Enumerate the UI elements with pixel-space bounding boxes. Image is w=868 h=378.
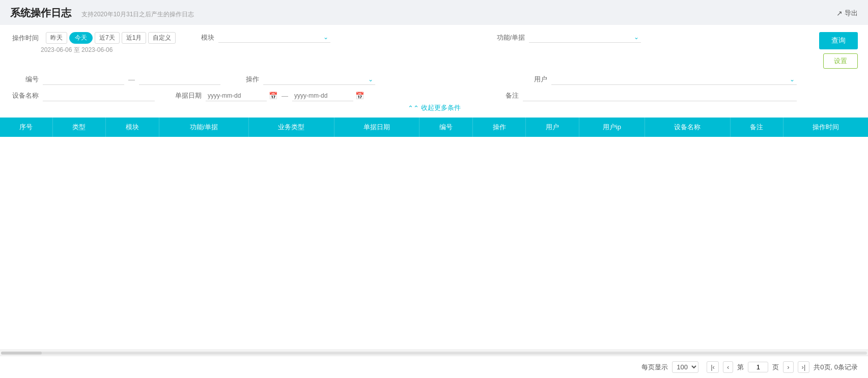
last-page-button[interactable]: ›|: [798, 361, 810, 373]
time-filter-group: 昨天 今天 近7天 近1月 自定义: [46, 32, 176, 44]
table-wrapper: 序号 类型 模块 功能/单据 业务类型 单据日期 编号 操作 用户 用户ip 设…: [0, 118, 868, 350]
col-header-user: 用户: [526, 118, 579, 137]
col-header-func: 功能/单据: [159, 118, 248, 137]
export-label: 导出: [845, 9, 858, 18]
date-end-input[interactable]: [292, 91, 353, 101]
col-header-biz-type: 业务类型: [249, 118, 334, 137]
action-buttons: 查询 设置: [807, 32, 858, 69]
remark-input[interactable]: [523, 90, 797, 101]
time-label: 操作时间: [10, 34, 39, 43]
remark-label: 备注: [490, 91, 519, 100]
collapse-label: 收起更多条件: [421, 103, 461, 112]
export-button[interactable]: ↗ 导出: [836, 9, 858, 18]
module-filter-col: 模块 ⌄: [186, 32, 486, 43]
col-header-module: 模块: [106, 118, 159, 137]
page-size-select[interactable]: 100 50 200: [672, 361, 698, 373]
first-page-button[interactable]: |‹: [707, 361, 719, 373]
collapse-button[interactable]: ⌃⌃ 收起更多条件: [408, 103, 461, 112]
device-filter-col: 设备名称: [10, 90, 163, 101]
query-button[interactable]: 查询: [819, 32, 858, 49]
col-header-seq: 序号: [0, 118, 52, 137]
num-filter-col: 编号 —: [10, 74, 220, 85]
col-header-op-time: 操作时间: [783, 118, 868, 137]
col-header-type: 类型: [52, 118, 105, 137]
num-dash: —: [128, 76, 135, 83]
col-header-remark: 备注: [730, 118, 783, 137]
filter-row-1: 操作时间 昨天 今天 近7天 近1月 自定义 2023-06-06 至 2023…: [0, 25, 868, 69]
next-page-button[interactable]: ›: [783, 361, 793, 373]
date-end-group: 📅: [292, 91, 364, 101]
filter-section: 操作时间 昨天 今天 近7天 近1月 自定义 2023-06-06 至 2023…: [0, 25, 868, 118]
num-start-input[interactable]: [43, 74, 124, 85]
module-dropdown[interactable]: ⌄: [218, 32, 330, 43]
filter-row-2: 编号 — 操作 ⌄ 用户 ⌄: [0, 69, 868, 85]
func-filter-col: 功能/单据 ⌄: [496, 32, 797, 43]
module-label: 模块: [186, 33, 214, 42]
col-header-device: 设备名称: [645, 118, 730, 137]
calendar-end-icon[interactable]: 📅: [355, 92, 364, 100]
pagination-bar: 每页显示 100 50 200 |‹ ‹ 第 页 › ›| 共0页, 0条记录: [0, 356, 868, 378]
settings-button[interactable]: 设置: [823, 53, 858, 69]
page-header: 系统操作日志 支持2020年10月31日之后产生的操作日志 ↗ 导出: [0, 0, 868, 25]
time-btn-custom[interactable]: 自定义: [148, 32, 176, 44]
op-filter-col: 操作 ⌄: [231, 74, 509, 85]
filter-row-3: 设备名称 单据日期 📅 — 📅 备注: [0, 85, 868, 101]
time-btn-yesterday[interactable]: 昨天: [46, 32, 67, 44]
user-chevron-icon: ⌄: [790, 76, 795, 83]
col-header-op: 操作: [472, 118, 525, 137]
func-label: 功能/单据: [496, 33, 525, 42]
page-subtitle: 支持2020年10月31日之后产生的操作日志: [81, 10, 194, 19]
scrollbar-thumb[interactable]: [1, 352, 42, 355]
total-summary: 共0页, 0条记录: [814, 363, 858, 372]
user-filter-col: 用户 ⌄: [519, 74, 797, 85]
table-header-row: 序号 类型 模块 功能/单据 业务类型 单据日期 编号 操作 用户 用户ip 设…: [0, 118, 868, 137]
op-label: 操作: [231, 75, 259, 84]
time-btn-7days[interactable]: 近7天: [95, 32, 120, 44]
func-chevron-icon: ⌄: [634, 34, 639, 41]
data-table: 序号 类型 模块 功能/单据 业务类型 单据日期 编号 操作 用户 用户ip 设…: [0, 118, 868, 137]
col-header-doc-date: 单据日期: [334, 118, 419, 137]
num-label: 编号: [10, 75, 39, 84]
page-number-input[interactable]: [748, 362, 768, 372]
empty-state: [0, 137, 868, 315]
calendar-start-icon[interactable]: 📅: [269, 92, 277, 100]
date-label: 单据日期: [173, 91, 202, 100]
remark-filter-col: 备注: [490, 90, 797, 101]
date-start-input[interactable]: [206, 91, 267, 101]
time-btn-1month[interactable]: 近1月: [122, 32, 147, 44]
collapse-bar: ⌃⌃ 收起更多条件: [0, 101, 868, 118]
header-left: 系统操作日志 支持2020年10月31日之后产生的操作日志: [10, 6, 194, 20]
collapse-chevron-icon: ⌃⌃: [408, 104, 419, 112]
page-unit: 页: [772, 363, 779, 372]
user-label: 用户: [519, 75, 547, 84]
col-header-num: 编号: [419, 118, 472, 137]
time-btn-today[interactable]: 今天: [69, 32, 93, 44]
horizontal-scrollbar[interactable]: [0, 350, 868, 356]
page-label: 第: [737, 363, 744, 372]
page-wrapper: 系统操作日志 支持2020年10月31日之后产生的操作日志 ↗ 导出 操作时间 …: [0, 0, 868, 378]
time-range-text: 2023-06-06 至 2023-06-06: [41, 46, 113, 53]
col-header-user-ip: 用户ip: [579, 118, 645, 137]
op-dropdown[interactable]: ⌄: [263, 74, 375, 85]
date-start-group: 📅: [206, 91, 277, 101]
export-icon: ↗: [836, 9, 843, 17]
op-chevron-icon: ⌄: [368, 76, 373, 83]
scrollbar-track[interactable]: [1, 352, 867, 355]
func-dropdown[interactable]: ⌄: [529, 32, 641, 43]
page-title: 系统操作日志: [10, 6, 71, 20]
date-dash: —: [282, 92, 288, 100]
time-filter-col: 操作时间 昨天 今天 近7天 近1月 自定义 2023-06-06 至 2023…: [10, 32, 176, 54]
device-label: 设备名称: [10, 91, 39, 100]
page-size-label: 每页显示: [641, 363, 668, 372]
user-dropdown[interactable]: ⌄: [551, 74, 797, 85]
device-input[interactable]: [43, 90, 155, 101]
module-chevron-icon: ⌄: [323, 34, 328, 41]
date-filter-col: 单据日期 📅 — 📅: [173, 91, 480, 101]
num-end-input[interactable]: [139, 74, 220, 85]
prev-page-button[interactable]: ‹: [723, 361, 733, 373]
